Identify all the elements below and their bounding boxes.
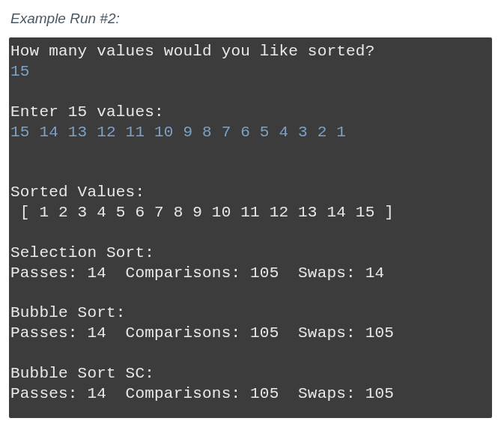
prompt-count: How many values would you like sorted? bbox=[10, 43, 374, 60]
input-values: 15 14 13 12 11 10 9 8 7 6 5 4 3 2 1 bbox=[10, 124, 346, 141]
sorted-label: Sorted Values: bbox=[10, 184, 145, 201]
bubble-label: Bubble Sort: bbox=[10, 304, 126, 321]
selection-label: Selection Sort: bbox=[10, 244, 154, 261]
terminal-output: How many values would you like sorted? 1… bbox=[9, 37, 492, 418]
bubble-stats: Passes: 14 Comparisons: 105 Swaps: 105 bbox=[10, 324, 394, 342]
sorted-values: [ 1 2 3 4 5 6 7 8 9 10 11 12 13 14 15 ] bbox=[10, 204, 394, 221]
bubble-sc-stats: Passes: 14 Comparisons: 105 Swaps: 105 bbox=[10, 385, 394, 402]
prompt-values: Enter 15 values: bbox=[10, 103, 164, 121]
example-heading: Example Run #2: bbox=[10, 10, 492, 27]
selection-stats: Passes: 14 Comparisons: 105 Swaps: 14 bbox=[10, 264, 384, 282]
bubble-sc-label: Bubble Sort SC: bbox=[10, 365, 154, 382]
input-count: 15 bbox=[10, 63, 30, 80]
